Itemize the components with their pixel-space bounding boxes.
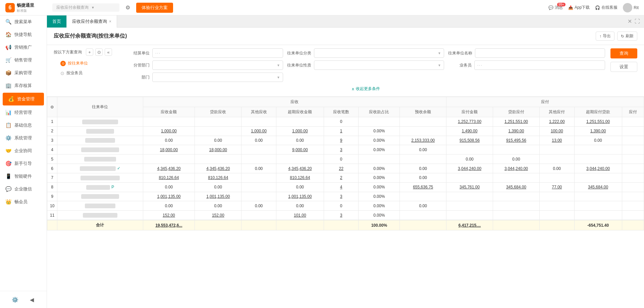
service-item[interactable]: 🎧 在线客服 bbox=[595, 5, 618, 10]
sidebar-collapse-button[interactable]: ◀ bbox=[27, 295, 37, 305]
tab-close-button[interactable]: × bbox=[109, 19, 111, 24]
export-button[interactable]: ↑ 导出 bbox=[596, 32, 614, 41]
receivable-cell[interactable]: 0.00% bbox=[359, 173, 400, 182]
payable-cell[interactable]: 77.00 bbox=[539, 182, 574, 192]
receivable-cell[interactable]: 1,000.00 bbox=[241, 126, 276, 136]
payable-cell[interactable]: 0.00 bbox=[493, 155, 540, 164]
filter-option-salesperson[interactable]: ⊙ 按业务员 bbox=[58, 68, 117, 78]
receivable-cell[interactable]: 3 bbox=[324, 145, 359, 155]
receivable-cell[interactable]: 0.00% bbox=[359, 136, 400, 145]
receivable-cell[interactable]: 18,000.00 bbox=[143, 145, 195, 155]
payable-cell[interactable]: 1,490.00 bbox=[446, 126, 493, 136]
payable-cell[interactable]: 1,390.00 bbox=[574, 126, 622, 136]
receivable-cell[interactable]: 0.00 bbox=[241, 164, 276, 173]
user-item[interactable]: Rit bbox=[623, 3, 639, 12]
payable-cell[interactable]: 0.00 bbox=[539, 164, 574, 173]
receivable-cell[interactable]: 0.00 bbox=[195, 201, 241, 211]
sidebar-item-system[interactable]: ⚙️ 系统管理 bbox=[0, 132, 47, 144]
sidebar-item-finance[interactable]: 💰 资金管理 bbox=[3, 93, 44, 105]
receivable-cell[interactable]: 810,126.64 bbox=[276, 173, 324, 182]
receivable-cell[interactable]: 0 bbox=[324, 155, 359, 164]
payable-cell[interactable]: 3,044,240.00 bbox=[574, 164, 622, 173]
receivable-cell[interactable]: 0.00 bbox=[143, 201, 195, 211]
receivable-cell[interactable]: 0.00% bbox=[359, 164, 400, 173]
tab-current[interactable]: 应收应付余额查询 × bbox=[67, 15, 117, 28]
tab-home[interactable]: 首页 bbox=[47, 15, 67, 28]
receivable-cell[interactable]: 9,000.00 bbox=[276, 145, 324, 155]
footer-payable-total[interactable]: 6,417,215.... bbox=[446, 220, 493, 230]
receivable-cell[interactable]: 0 bbox=[324, 117, 359, 127]
sidebar-settings-button[interactable]: ⚙️ bbox=[10, 295, 20, 305]
refresh-button[interactable]: ↻ 刷新 bbox=[617, 32, 637, 41]
salesperson-input[interactable]: ··· bbox=[474, 60, 605, 70]
receivable-cell[interactable]: 1,001,135.00 bbox=[195, 192, 241, 201]
payable-cell[interactable]: 13.00 bbox=[539, 136, 574, 145]
sidebar-item-inventory[interactable]: 🏢 库存核算 bbox=[0, 79, 47, 92]
receivable-cell[interactable]: 1 bbox=[324, 126, 359, 136]
receivable-cell[interactable]: 2 bbox=[324, 173, 359, 182]
payable-cell[interactable]: 3,044,240.00 bbox=[446, 164, 493, 173]
receivable-cell[interactable]: 0.00 bbox=[400, 164, 446, 173]
receivable-cell[interactable]: 0.00 bbox=[276, 136, 324, 145]
receivable-cell[interactable]: 810,126.64 bbox=[143, 173, 195, 182]
sidebar-item-company[interactable]: 🤝 企业协同 bbox=[0, 144, 47, 157]
receivable-cell[interactable]: 0.00% bbox=[359, 211, 400, 220]
receivable-cell[interactable]: 0.00 bbox=[195, 136, 241, 145]
sidebar-item-quick[interactable]: 🏠 快捷导航 bbox=[0, 28, 47, 41]
payable-cell[interactable]: 345,761.00 bbox=[446, 182, 493, 192]
settings-query-button[interactable]: 设置 bbox=[610, 62, 637, 72]
tabs-fullscreen-button[interactable]: ⛶ bbox=[635, 18, 640, 25]
receivable-cell[interactable]: 1,001,135.00 bbox=[143, 192, 195, 201]
subdept-input[interactable]: ▼ bbox=[152, 73, 283, 82]
payable-cell[interactable]: 345,684.00 bbox=[574, 182, 622, 192]
sidebar-item-hardware[interactable]: 📱 智能硬件 bbox=[0, 170, 47, 183]
name-input[interactable] bbox=[475, 48, 605, 58]
payable-cell[interactable]: 1,251,551.00 bbox=[574, 117, 622, 127]
receivable-cell[interactable]: 0.00 bbox=[241, 136, 276, 145]
sidebar-item-wechat[interactable]: 💬 企业微信 bbox=[0, 183, 47, 195]
sidebar-item-purchase[interactable]: 📦 采购管理 bbox=[0, 67, 47, 79]
breadcrumb[interactable]: 应收应付余额查询 ▼ bbox=[52, 3, 119, 12]
receivable-cell[interactable]: 152.00 bbox=[143, 211, 195, 220]
messages-item[interactable]: 💬 消息 99+ bbox=[548, 5, 563, 10]
receivable-cell[interactable]: 0.00 bbox=[400, 201, 446, 211]
receivable-cell[interactable]: 3 bbox=[324, 192, 359, 201]
receivable-cell[interactable]: 2,153,333.00 bbox=[400, 136, 446, 145]
payable-cell[interactable]: 1,251,551.00 bbox=[493, 117, 540, 127]
dept-input[interactable]: ▼ bbox=[152, 60, 283, 70]
receivable-cell[interactable]: 0.00% bbox=[359, 201, 400, 211]
receivable-cell[interactable]: 9 bbox=[324, 136, 359, 145]
query-button[interactable]: 查询 bbox=[610, 48, 637, 58]
receivable-cell[interactable]: 0.00% bbox=[359, 145, 400, 155]
sidebar-item-guide[interactable]: 🎯 新手引导 bbox=[0, 157, 47, 170]
col-settings[interactable]: ⚙ bbox=[47, 97, 57, 117]
receivable-cell[interactable]: 0.00% bbox=[359, 126, 400, 136]
sidebar-item-sales[interactable]: 🛒 销售管理 bbox=[0, 54, 47, 67]
sidebar-item-operation[interactable]: 📊 经营管理 bbox=[0, 106, 47, 119]
nature-input[interactable]: ▼ bbox=[314, 60, 444, 70]
payable-cell[interactable]: 915,495.56 bbox=[493, 136, 540, 145]
tabs-close-button[interactable]: ✕ bbox=[628, 18, 632, 25]
receivable-cell[interactable]: 0.00 bbox=[143, 136, 195, 145]
footer-receivable-total[interactable]: 19,553,472,6... bbox=[143, 220, 195, 230]
top-settings-button[interactable]: ⚙ bbox=[123, 3, 133, 13]
receivable-cell[interactable]: 1,000.00 bbox=[143, 126, 195, 136]
payable-cell[interactable]: 3,044,240.00 bbox=[493, 164, 540, 173]
receivable-cell[interactable]: 1,000.00 bbox=[276, 126, 324, 136]
payable-cell[interactable]: 1,222.00 bbox=[539, 117, 574, 127]
sidebar-item-marketing[interactable]: 📢 营销推广 bbox=[0, 41, 47, 54]
payable-cell[interactable]: 1,390.00 bbox=[493, 126, 540, 136]
receivable-cell[interactable]: 3 bbox=[324, 211, 359, 220]
filter-option-counterpart[interactable]: ⊙ 按往来单位 bbox=[58, 58, 117, 68]
category-input[interactable]: ▼ bbox=[314, 48, 444, 58]
sidebar-item-search[interactable]: 🔍 搜索菜单 bbox=[0, 15, 47, 28]
receivable-cell[interactable]: 0.00% bbox=[359, 182, 400, 192]
receivable-cell[interactable]: 655,636.75 bbox=[400, 182, 446, 192]
sidebar-item-basic[interactable]: 📋 基础信息 bbox=[0, 119, 47, 132]
receivable-cell[interactable]: 0.00% bbox=[359, 192, 400, 201]
plan-button[interactable]: 体验行业方案 bbox=[136, 3, 173, 13]
filter-collapse-left-button[interactable]: « bbox=[105, 48, 112, 56]
receivable-cell[interactable]: 810,126.64 bbox=[195, 173, 241, 182]
payable-cell[interactable]: 345,684.00 bbox=[493, 182, 540, 192]
download-item[interactable]: 📥 App下载 bbox=[568, 5, 590, 10]
